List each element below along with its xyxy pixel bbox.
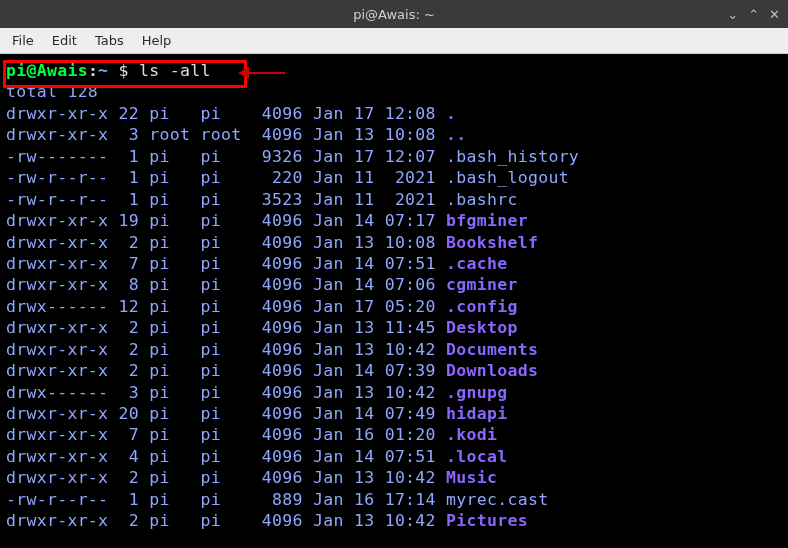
list-item-name: .config <box>446 297 518 316</box>
list-item: drwx------ 3 pi pi 4096 Jan 13 10:42 .gn… <box>6 382 782 403</box>
minimize-icon[interactable]: ⌄ <box>727 7 738 22</box>
list-item-meta: drwxr-xr-x 2 pi pi 4096 Jan 13 10:42 <box>6 468 446 487</box>
terminal-area[interactable]: pi@Awais:~ $ ls -all total 128 drwxr-xr-… <box>0 54 788 548</box>
list-item-meta: drwxr-xr-x 2 pi pi 4096 Jan 13 10:42 <box>6 511 446 530</box>
prompt-command: ls -all <box>139 61 211 80</box>
list-item-name: myrec.cast <box>446 490 548 509</box>
list-item-name: . <box>446 104 456 123</box>
prompt-user-host: pi@Awais <box>6 61 88 80</box>
list-item-meta: drwxr-xr-x 20 pi pi 4096 Jan 14 07:49 <box>6 404 446 423</box>
list-item-name: .. <box>446 125 466 144</box>
list-item-meta: drwxr-xr-x 2 pi pi 4096 Jan 14 07:39 <box>6 361 446 380</box>
list-item-name: .bash_history <box>446 147 579 166</box>
list-item: drwx------ 12 pi pi 4096 Jan 17 05:20 .c… <box>6 296 782 317</box>
list-item-name: Documents <box>446 340 538 359</box>
window-controls: ⌄ ⌃ ✕ <box>727 7 780 22</box>
list-item-name: .gnupg <box>446 383 507 402</box>
list-item-meta: drwxr-xr-x 3 root root 4096 Jan 13 10:08 <box>6 125 446 144</box>
list-item-meta: drwxr-xr-x 2 pi pi 4096 Jan 13 10:42 <box>6 340 446 359</box>
list-item-name: hidapi <box>446 404 507 423</box>
list-item-meta: drwxr-xr-x 19 pi pi 4096 Jan 14 07:17 <box>6 211 446 230</box>
list-item: drwxr-xr-x 2 pi pi 4096 Jan 13 10:08 Boo… <box>6 232 782 253</box>
list-item-name: Downloads <box>446 361 538 380</box>
list-item-name: .local <box>446 447 507 466</box>
list-item-meta: drwxr-xr-x 8 pi pi 4096 Jan 14 07:06 <box>6 275 446 294</box>
list-item-name: .kodi <box>446 425 497 444</box>
list-item: drwxr-xr-x 19 pi pi 4096 Jan 14 07:17 bf… <box>6 210 782 231</box>
list-item: drwxr-xr-x 8 pi pi 4096 Jan 14 07:06 cgm… <box>6 274 782 295</box>
list-item-name: Desktop <box>446 318 518 337</box>
menu-edit[interactable]: Edit <box>44 30 85 51</box>
list-item: -rw-r--r-- 1 pi pi 889 Jan 16 17:14 myre… <box>6 489 782 510</box>
prompt-symbol: $ <box>108 61 139 80</box>
maximize-icon[interactable]: ⌃ <box>748 7 759 22</box>
list-item-meta: drwxr-xr-x 22 pi pi 4096 Jan 17 12:08 <box>6 104 446 123</box>
list-item-meta: drwx------ 3 pi pi 4096 Jan 13 10:42 <box>6 383 446 402</box>
list-item: drwxr-xr-x 4 pi pi 4096 Jan 14 07:51 .lo… <box>6 446 782 467</box>
list-item: drwxr-xr-x 22 pi pi 4096 Jan 17 12:08 . <box>6 103 782 124</box>
prompt-path: ~ <box>98 61 108 80</box>
prompt-separator: : <box>88 61 98 80</box>
list-item-meta: -rw------- 1 pi pi 9326 Jan 17 12:07 <box>6 147 446 166</box>
list-item: drwxr-xr-x 7 pi pi 4096 Jan 14 07:51 .ca… <box>6 253 782 274</box>
list-item: -rw-r--r-- 1 pi pi 3523 Jan 11 2021 .bas… <box>6 189 782 210</box>
list-item: drwxr-xr-x 20 pi pi 4096 Jan 14 07:49 hi… <box>6 403 782 424</box>
window-titlebar: pi@Awais: ~ ⌄ ⌃ ✕ <box>0 0 788 28</box>
list-item-name: Pictures <box>446 511 528 530</box>
list-item: drwxr-xr-x 2 pi pi 4096 Jan 13 10:42 Mus… <box>6 467 782 488</box>
list-item: drwxr-xr-x 2 pi pi 4096 Jan 13 11:45 Des… <box>6 317 782 338</box>
close-icon[interactable]: ✕ <box>769 7 780 22</box>
directory-listing: drwxr-xr-x 22 pi pi 4096 Jan 17 12:08 .d… <box>6 103 782 532</box>
list-item: drwxr-xr-x 2 pi pi 4096 Jan 14 07:39 Dow… <box>6 360 782 381</box>
menubar: File Edit Tabs Help <box>0 28 788 54</box>
total-line: total 128 <box>6 81 782 102</box>
list-item-meta: drwx------ 12 pi pi 4096 Jan 17 05:20 <box>6 297 446 316</box>
list-item-meta: drwxr-xr-x 2 pi pi 4096 Jan 13 11:45 <box>6 318 446 337</box>
list-item-meta: drwxr-xr-x 7 pi pi 4096 Jan 14 07:51 <box>6 254 446 273</box>
list-item: drwxr-xr-x 2 pi pi 4096 Jan 13 10:42 Pic… <box>6 510 782 531</box>
list-item-name: Music <box>446 468 497 487</box>
menu-help[interactable]: Help <box>134 30 180 51</box>
list-item-meta: drwxr-xr-x 2 pi pi 4096 Jan 13 10:08 <box>6 233 446 252</box>
list-item: drwxr-xr-x 3 root root 4096 Jan 13 10:08… <box>6 124 782 145</box>
window-title: pi@Awais: ~ <box>353 7 435 22</box>
list-item-name: bfgminer <box>446 211 528 230</box>
list-item-name: .bash_logout <box>446 168 569 187</box>
list-item-meta: drwxr-xr-x 4 pi pi 4096 Jan 14 07:51 <box>6 447 446 466</box>
prompt-line: pi@Awais:~ $ ls -all <box>6 60 782 81</box>
list-item-name: .bashrc <box>446 190 518 209</box>
menu-file[interactable]: File <box>4 30 42 51</box>
menu-tabs[interactable]: Tabs <box>87 30 132 51</box>
list-item-meta: drwxr-xr-x 7 pi pi 4096 Jan 16 01:20 <box>6 425 446 444</box>
list-item: -rw------- 1 pi pi 9326 Jan 17 12:07 .ba… <box>6 146 782 167</box>
list-item: -rw-r--r-- 1 pi pi 220 Jan 11 2021 .bash… <box>6 167 782 188</box>
list-item: drwxr-xr-x 2 pi pi 4096 Jan 13 10:42 Doc… <box>6 339 782 360</box>
list-item-meta: -rw-r--r-- 1 pi pi 220 Jan 11 2021 <box>6 168 446 187</box>
list-item-name: cgminer <box>446 275 518 294</box>
list-item-name: .cache <box>446 254 507 273</box>
list-item-meta: -rw-r--r-- 1 pi pi 889 Jan 16 17:14 <box>6 490 446 509</box>
list-item: drwxr-xr-x 7 pi pi 4096 Jan 16 01:20 .ko… <box>6 424 782 445</box>
list-item-name: Bookshelf <box>446 233 538 252</box>
list-item-meta: -rw-r--r-- 1 pi pi 3523 Jan 11 2021 <box>6 190 446 209</box>
